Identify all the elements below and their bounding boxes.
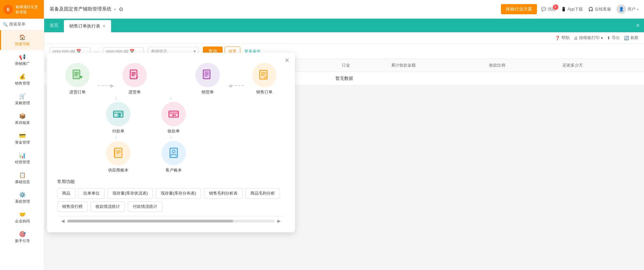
search-label: 搜索菜单 — [9, 21, 25, 27]
tab-sales-order-exec[interactable]: 销售订单执行表 ✕ — [64, 20, 111, 32]
scroll-right-arrow[interactable]: ▶ — [277, 218, 281, 223]
sidebar-item-label: 库存核算 — [15, 120, 30, 125]
scroll-left-arrow[interactable]: ◀ — [61, 218, 65, 223]
message-button[interactable]: 💬 消息 5 — [541, 6, 556, 12]
try-button[interactable]: 体验行业方案 — [501, 4, 537, 14]
sales-bill-circle — [195, 63, 220, 87]
user-avatar: 👤 — [616, 4, 626, 14]
sidebar-item-operation[interactable]: 📊 经营管理 — [0, 148, 44, 168]
tab-bar: 首页 销售订单执行表 ✕ ✕ — [44, 19, 644, 32]
sidebar-item-system[interactable]: ⚙️ 系统管理 — [0, 188, 44, 208]
sales-order-label: 销售订单 — [256, 89, 273, 95]
scroll-thumb — [67, 220, 233, 222]
func-btn-sales-gross[interactable]: 销售毛利分析表 — [204, 188, 243, 199]
arrow-purchase-order-to-bill: ▶ — [98, 83, 114, 95]
sidebar-item-label: 企业协同 — [15, 219, 30, 224]
func-btn-product[interactable]: 商品 — [57, 188, 75, 199]
logo-text: 畅康通好生意 标准版 — [16, 4, 38, 14]
supplier-ledger-circle — [106, 141, 130, 165]
svg-rect-14 — [203, 70, 210, 79]
app-download-button[interactable]: 📱 App下载 — [561, 6, 583, 12]
system-title-chevron[interactable]: ▾ — [114, 7, 116, 11]
func-btn-stock-dist[interactable]: 现存量(库存分布表) — [156, 188, 201, 199]
sales-bill-label: 销货单 — [202, 89, 214, 95]
system-title-text: 装备及固定资产辅助管理系统 — [50, 6, 111, 12]
sidebar-search[interactable]: 🔍 搜索菜单 — [0, 19, 44, 30]
customer-ledger-circle — [161, 141, 186, 165]
sidebar-item-label: 快捷导航 — [15, 41, 30, 47]
sidebar-item-quick-guide[interactable]: 🏠 快捷导航 — [0, 30, 44, 50]
purchase-bill-circle: ✓ — [122, 63, 147, 87]
header-actions: 💬 消息 5 📱 App下载 🎧 在线客服 👤 用户 ▾ — [541, 4, 639, 14]
func-btn-receipt-stats[interactable]: 收款情况统计 — [90, 201, 125, 212]
svg-text:¥+: ¥+ — [172, 113, 176, 117]
sidebar-item-inventory[interactable]: 📦 库存核算 — [0, 109, 44, 129]
sidebar-item-marketing[interactable]: 📢 营销推广 — [0, 50, 44, 70]
flow-node-supplier-ledger[interactable]: 供应商账本 — [98, 141, 139, 173]
common-functions-title: 常用功能 — [57, 179, 285, 185]
modal-close-button[interactable]: ✕ — [284, 57, 290, 64]
receipt-label: 收款单 — [168, 128, 180, 134]
payment-circle: ¥ — [106, 102, 130, 126]
func-btn-product-gross[interactable]: 商品毛利分析 — [245, 188, 280, 199]
flow-node-receipt[interactable]: ¥+ 收款单 — [153, 102, 194, 134]
func-btn-payment-stats[interactable]: 付款情况统计 — [128, 201, 162, 212]
online-service-icon: 🎧 — [588, 7, 593, 12]
newbie-icon: 🎯 — [19, 231, 26, 237]
sidebar-item-label: 经营管理 — [15, 160, 30, 165]
sidebar-item-purchase[interactable]: 🛒 采购管理 — [0, 89, 44, 109]
user-menu[interactable]: 👤 用户 ▾ — [616, 4, 639, 14]
sidebar-item-label: 新手引导 — [15, 238, 30, 244]
sidebar: 6 畅康通好生意 标准版 🔍 搜索菜单 🏠 快捷导航 📢 营销推广 💰 销售管理 — [0, 0, 44, 270]
common-function-buttons-row2: 销售排行榜 收款情况统计 付款情况统计 — [57, 201, 285, 212]
func-btn-sales-ranking[interactable]: 销售排行榜 — [57, 201, 88, 212]
flow-node-purchase-order[interactable]: 进货订单 — [57, 63, 98, 95]
svg-rect-37 — [114, 149, 115, 157]
purchase-bill-label: 进货单 — [128, 89, 141, 95]
inventory-icon: 📦 — [19, 112, 26, 119]
search-icon: 🔍 — [3, 22, 8, 27]
func-btn-stock-status[interactable]: 现存量(库存状况表) — [107, 188, 153, 199]
payment-label: 付款单 — [112, 128, 124, 134]
enterprise-icon: 🤝 — [19, 211, 26, 218]
flow-node-sales-bill[interactable]: 销货单 — [187, 63, 228, 95]
logo-icon: 6 — [3, 4, 14, 15]
quick-guide-modal: ✕ 进货订单 — [47, 53, 295, 232]
sidebar-item-sales[interactable]: 💰 销售管理 — [0, 70, 44, 89]
sidebar-item-newbie[interactable]: 🎯 新手引导 — [0, 227, 44, 247]
sales-icon: 💰 — [19, 73, 26, 80]
modal-overlay: ✕ 进货订单 — [44, 32, 644, 270]
sidebar-item-label: 采购管理 — [15, 101, 30, 106]
tab-close-icon[interactable]: ✕ — [102, 24, 106, 29]
main-content: 装备及固定资产辅助管理系统 ▾ ⚙ 体验行业方案 💬 消息 5 📱 App下载 … — [44, 0, 644, 270]
sidebar-item-finance[interactable]: 💳 资金管理 — [0, 129, 44, 148]
svg-text:6: 6 — [7, 7, 10, 12]
svg-rect-28 — [114, 112, 123, 114]
system-title-area: 装备及固定资产辅助管理系统 ▾ ⚙ — [50, 6, 497, 13]
user-label: 用户 — [627, 6, 636, 12]
tab-bar-close-icon[interactable]: ✕ — [636, 23, 640, 28]
flow-node-payment[interactable]: ¥ 付款单 — [98, 102, 139, 134]
arrow-sales-order-to-bill: ◀ — [228, 83, 244, 95]
settings-icon[interactable]: ⚙ — [119, 6, 123, 13]
sidebar-item-label: 营销推广 — [15, 61, 30, 66]
svg-rect-35 — [115, 148, 122, 158]
sidebar-item-label: 基础信息 — [15, 179, 30, 184]
supplier-ledger-label: 供应商账本 — [108, 167, 128, 173]
flow-node-sales-order[interactable]: 销售订单 — [244, 63, 285, 95]
online-service-label: 在线客服 — [595, 6, 611, 12]
message-badge: 5 — [553, 4, 558, 10]
quick-guide-icon: 🏠 — [19, 34, 26, 40]
svg-marker-7 — [80, 76, 83, 79]
sidebar-item-enterprise[interactable]: 🤝 企业协同 — [0, 208, 44, 227]
tab-home[interactable]: 首页 — [44, 19, 64, 32]
scroll-track[interactable] — [67, 220, 275, 222]
online-service-button[interactable]: 🎧 在线客服 — [588, 6, 611, 12]
sidebar-item-basic[interactable]: 📋 基础信息 — [0, 168, 44, 188]
flow-node-purchase-bill[interactable]: ✓ 进货单 — [114, 63, 155, 95]
flow-node-customer-ledger[interactable]: 客户账本 — [153, 141, 194, 173]
scroll-bar-area: ◀ ▶ — [57, 216, 285, 226]
svg-text:✓: ✓ — [136, 75, 139, 80]
app-download-icon: 📱 — [561, 7, 566, 12]
func-btn-trading-partner[interactable]: 往来单位 — [78, 188, 105, 199]
